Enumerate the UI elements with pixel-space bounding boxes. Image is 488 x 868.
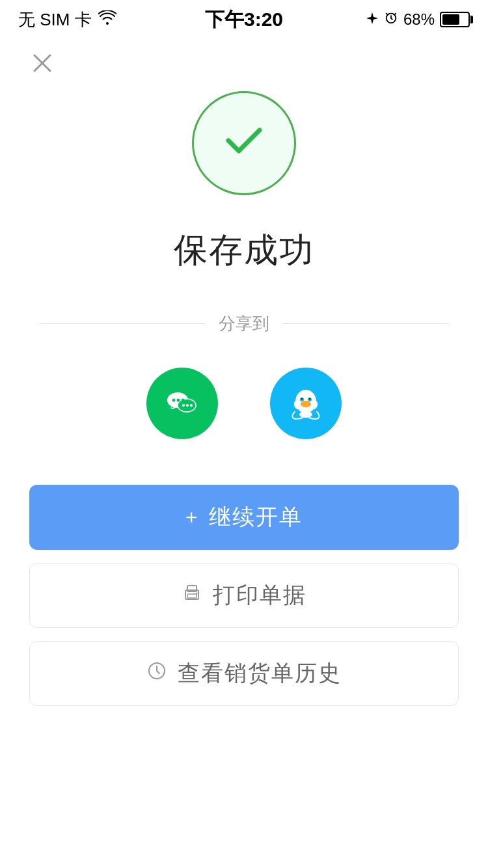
sim-label: 无 SIM 卡 <box>18 8 92 31</box>
print-label: 打印单据 <box>213 580 306 610</box>
svg-point-15 <box>309 398 311 400</box>
svg-point-10 <box>190 404 193 407</box>
svg-point-8 <box>182 404 185 407</box>
divider-right <box>282 323 449 324</box>
share-divider: 分享到 <box>0 312 488 335</box>
qq-button[interactable] <box>270 368 342 439</box>
status-bar: 无 SIM 卡 下午3:20 68% <box>0 0 488 39</box>
svg-point-7 <box>182 399 185 402</box>
close-button[interactable] <box>26 47 59 79</box>
checkmark-icon <box>218 113 270 174</box>
share-label: 分享到 <box>219 312 269 335</box>
svg-point-19 <box>299 411 312 418</box>
location-icon <box>366 10 379 29</box>
status-left: 无 SIM 卡 <box>18 8 116 31</box>
status-right: 68% <box>366 10 470 29</box>
divider-left <box>39 323 206 324</box>
battery-icon <box>440 12 470 27</box>
printer-icon <box>182 582 202 608</box>
share-icons <box>146 368 342 439</box>
history-button[interactable]: 查看销货单历史 <box>29 641 459 706</box>
svg-point-14 <box>301 398 303 400</box>
alarm-icon <box>384 10 398 29</box>
svg-rect-22 <box>187 594 197 598</box>
svg-point-6 <box>177 399 180 402</box>
status-time: 下午3:20 <box>205 7 283 33</box>
success-circle <box>192 91 296 195</box>
main-content: 保存成功 分享到 <box>0 39 488 706</box>
print-button[interactable]: 打印单据 <box>29 563 459 628</box>
svg-point-5 <box>172 399 176 402</box>
history-label: 查看销货单历史 <box>178 658 342 688</box>
clock-icon <box>146 660 167 686</box>
share-section: 分享到 <box>0 312 488 439</box>
continue-button[interactable]: + 继续开单 <box>29 485 459 550</box>
success-title: 保存成功 <box>174 228 314 273</box>
battery-percent: 68% <box>403 10 435 29</box>
svg-point-9 <box>186 404 189 407</box>
continue-label: 继续开单 <box>209 502 303 532</box>
wifi-icon <box>98 10 116 29</box>
buttons-section: + 继续开单 打印单据 查看销货单历史 <box>29 485 459 706</box>
svg-point-23 <box>196 593 198 595</box>
plus-icon: + <box>185 506 199 530</box>
wechat-button[interactable] <box>146 368 218 439</box>
